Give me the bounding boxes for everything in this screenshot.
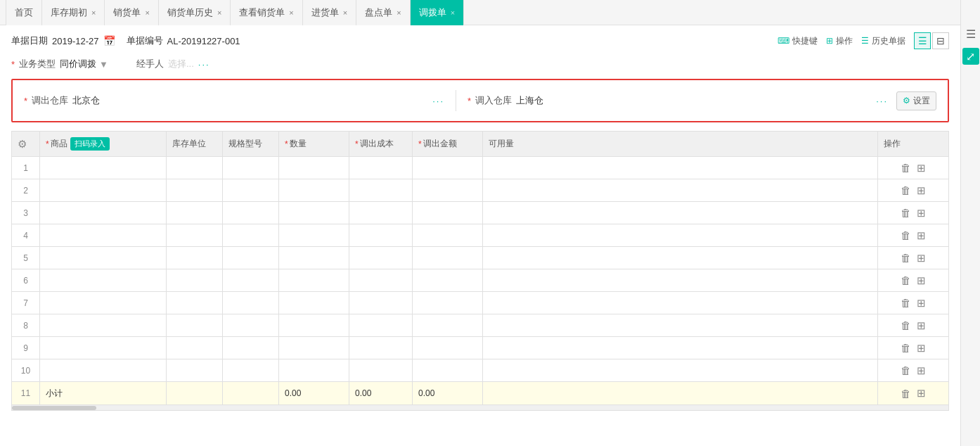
shortcuts-action[interactable]: ⌨ 快捷键	[778, 35, 818, 47]
copy-icon[interactable]: ⊞	[917, 319, 926, 332]
calendar-icon[interactable]: 📅	[103, 35, 115, 46]
row-1-product[interactable]	[40, 157, 167, 179]
row-11-unit[interactable]	[167, 382, 223, 404]
row-8-amount[interactable]	[413, 314, 483, 336]
biz-type-select[interactable]: 同价调拨 ▼	[60, 58, 108, 70]
row-10-unit[interactable]	[167, 359, 223, 381]
row-9-quantity[interactable]	[279, 337, 349, 359]
row-1-amount[interactable]	[413, 157, 483, 179]
copy-icon[interactable]: ⊞	[917, 387, 926, 400]
row-2-available[interactable]	[483, 179, 878, 201]
row-1-available[interactable]	[483, 157, 878, 179]
copy-icon[interactable]: ⊞	[917, 252, 926, 265]
row-1-unit[interactable]	[167, 157, 223, 179]
row-6-amount[interactable]	[413, 269, 483, 291]
row-5-unit[interactable]	[167, 247, 223, 269]
delete-icon[interactable]: 🗑	[901, 388, 911, 400]
row-8-unit[interactable]	[167, 314, 223, 336]
settings-button[interactable]: ⚙ 设置	[896, 91, 936, 110]
delete-icon[interactable]: 🗑	[901, 252, 911, 264]
row-11-available[interactable]	[483, 382, 878, 404]
row-2-quantity[interactable]	[279, 179, 349, 201]
tab-view-sales[interactable]: 查看销货单 ×	[231, 0, 302, 25]
row-3-spec[interactable]	[223, 202, 279, 224]
tab-sales-order[interactable]: 销货单 ×	[105, 0, 158, 25]
row-7-product[interactable]	[40, 292, 167, 314]
tab-purchase-order-close[interactable]: ×	[343, 8, 347, 17]
sidebar-doc-icon[interactable]: ☰	[962, 25, 979, 42]
row-4-available[interactable]	[483, 224, 878, 246]
row-9-available[interactable]	[483, 337, 878, 359]
tab-sales-order-close[interactable]: ×	[145, 8, 149, 17]
copy-icon[interactable]: ⊞	[917, 297, 926, 310]
delete-icon[interactable]: 🗑	[901, 297, 911, 309]
tab-sales-history[interactable]: 销货单历史 ×	[159, 0, 231, 25]
row-10-quantity[interactable]	[279, 359, 349, 381]
row-9-unit[interactable]	[167, 337, 223, 359]
row-9-spec[interactable]	[223, 337, 279, 359]
row-1-spec[interactable]	[223, 157, 279, 179]
row-6-unit[interactable]	[167, 269, 223, 291]
row-8-quantity[interactable]	[279, 314, 349, 336]
row-3-unit[interactable]	[167, 202, 223, 224]
horizontal-scrollbar[interactable]	[11, 405, 949, 411]
tab-inventory-count-close[interactable]: ×	[396, 8, 401, 17]
delete-icon[interactable]: 🗑	[901, 184, 911, 196]
delete-icon[interactable]: 🗑	[901, 207, 911, 219]
copy-icon[interactable]: ⊞	[917, 342, 926, 355]
row-2-unit[interactable]	[167, 179, 223, 201]
row-9-amount[interactable]	[413, 337, 483, 359]
sidebar-expand-icon[interactable]: ⤢	[962, 48, 979, 65]
tab-inventory-init[interactable]: 库存期初 ×	[42, 0, 105, 25]
row-5-product[interactable]	[40, 247, 167, 269]
copy-icon[interactable]: ⊞	[917, 229, 926, 242]
row-2-cost[interactable]	[349, 179, 413, 201]
ops-action[interactable]: ⊞ 操作	[826, 35, 853, 47]
delete-icon[interactable]: 🗑	[901, 162, 911, 174]
copy-icon[interactable]: ⊞	[917, 207, 926, 219]
row-6-cost[interactable]	[349, 269, 413, 291]
tab-inventory-init-close[interactable]: ×	[91, 8, 96, 17]
handler-more-btn[interactable]: ···	[198, 59, 210, 70]
row-5-amount[interactable]	[413, 247, 483, 269]
row-4-cost[interactable]	[349, 224, 413, 246]
tab-transfer-order[interactable]: 调拨单 ×	[411, 0, 464, 25]
row-2-amount[interactable]	[413, 179, 483, 201]
copy-icon[interactable]: ⊞	[917, 162, 926, 174]
row-5-quantity[interactable]	[279, 247, 349, 269]
row-10-product[interactable]	[40, 359, 167, 381]
row-7-quantity[interactable]	[279, 292, 349, 314]
row-9-cost[interactable]	[349, 337, 413, 359]
row-4-product[interactable]	[40, 224, 167, 246]
row-10-amount[interactable]	[413, 359, 483, 381]
tab-purchase-order[interactable]: 进货单 ×	[303, 0, 356, 25]
row-6-available[interactable]	[483, 269, 878, 291]
row-2-product[interactable]	[40, 179, 167, 201]
in-warehouse-more-btn[interactable]: ···	[876, 96, 888, 106]
row-3-cost[interactable]	[349, 202, 413, 224]
row-8-spec[interactable]	[223, 314, 279, 336]
row-4-spec[interactable]	[223, 224, 279, 246]
delete-icon[interactable]: 🗑	[901, 342, 911, 354]
row-7-cost[interactable]	[349, 292, 413, 314]
delete-icon[interactable]: 🗑	[901, 229, 911, 241]
row-8-available[interactable]	[483, 314, 878, 336]
layout-btn-list[interactable]: ☰	[914, 32, 931, 49]
row-2-spec[interactable]	[223, 179, 279, 201]
table-gear-icon[interactable]: ⚙	[18, 138, 27, 151]
row-5-available[interactable]	[483, 247, 878, 269]
tab-sales-history-close[interactable]: ×	[217, 8, 221, 17]
row-9-product[interactable]	[40, 337, 167, 359]
scroll-thumb[interactable]	[12, 406, 96, 410]
tab-view-sales-close[interactable]: ×	[289, 8, 293, 17]
row-5-cost[interactable]	[349, 247, 413, 269]
row-1-quantity[interactable]	[279, 157, 349, 179]
row-6-product[interactable]	[40, 269, 167, 291]
row-4-amount[interactable]	[413, 224, 483, 246]
delete-icon[interactable]: 🗑	[901, 364, 911, 376]
history-action[interactable]: ☰ 历史单据	[861, 35, 905, 47]
tab-home[interactable]: 首页	[6, 0, 42, 25]
row-11-spec[interactable]	[223, 382, 279, 404]
handler-input[interactable]: 选择...	[168, 58, 194, 70]
scan-button[interactable]: 扫码录入	[70, 137, 110, 151]
